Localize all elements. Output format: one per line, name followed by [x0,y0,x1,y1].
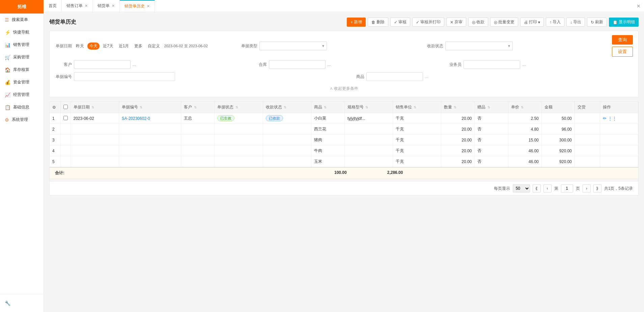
shortcut-yesterday[interactable]: 昨天 [74,43,86,50]
page-next-btn[interactable]: › [583,184,591,192]
cell-checkbox[interactable] [60,146,71,156]
col-settings[interactable]: ⚙ [50,102,60,113]
shortcut-last7[interactable]: 近7天 [101,43,115,50]
col-collect-status[interactable]: 收款状态 ⇅ [263,102,311,113]
cell-spec [344,135,393,146]
tab-sales-goods[interactable]: 销货单 ✕ [93,0,120,12]
filter-row-3: 单据编号 商品 ... [55,72,633,81]
cell-action [600,156,638,167]
col-unit[interactable]: 销售单位 ⇅ [393,102,441,113]
edit-icon[interactable]: ✏ [603,116,607,121]
doctype-select[interactable] [259,42,327,50]
cell-doc-status [215,146,263,156]
col-doc-status[interactable]: 单据状态 ⇅ [215,102,263,113]
batch-change-button[interactable]: ◎ 批量变更 [490,18,518,27]
sidebar-item-search-menu[interactable]: ☰ 搜索菜单 [0,14,44,26]
cell-doc-no [119,156,181,167]
tab-sales-goods-close[interactable]: ✕ [112,4,115,8]
docno-input[interactable] [74,72,175,81]
scroll-strip[interactable] [50,179,638,181]
print-button[interactable]: 🖨 打印 ▾ [520,18,544,27]
tabs-bar: 首页 销售订单 ✕ 销货单 ✕ 销货单历史 ✕ ✕ [44,0,644,12]
shortcut-custom[interactable]: 自定义 [146,43,162,50]
audit-button[interactable]: ✓ 审核 [390,18,410,27]
col-goods[interactable]: 商品 ⇅ [311,102,344,113]
toolbar: + 新增 🗑 删除 ✓ 审核 ✓ 审核并打印 ✕ 弃审 [347,18,639,27]
tab-sales-history-close[interactable]: ✕ [147,4,150,8]
page-first-btn[interactable]: ⟪ [533,184,541,192]
staff-input[interactable] [464,60,520,69]
col-doc-no[interactable]: 单据编号 ⇅ [119,102,181,113]
col-doc-date[interactable]: 单据日期 ⇅ [71,102,119,113]
cell-checkbox[interactable] [60,124,71,135]
cell-checkbox[interactable] [60,135,71,146]
warehouse-dots[interactable]: ... [328,62,331,67]
show-detail-button[interactable]: 📋 显示明细 [609,18,639,27]
refresh-button[interactable]: ↻ 刷新 [587,18,607,27]
shortcut-more[interactable]: 更多 [132,43,144,50]
sidebar-item-sales-mgmt[interactable]: 📊 销售管理 [0,38,44,51]
add-button[interactable]: + 新增 [347,18,366,27]
audit-print-button[interactable]: ✓ 审核并打印 [412,18,444,27]
goods-input[interactable] [366,72,423,81]
set-button[interactable]: 设置 [612,47,633,57]
page-prev-btn[interactable]: ‹ [543,184,552,192]
warehouse-input[interactable] [269,60,326,69]
abandon-button[interactable]: ✕ 弃审 [446,18,466,27]
sidebar-bottom-item1[interactable]: 🔧 [0,297,44,309]
more-icon[interactable]: ⋮⋮ [608,116,617,121]
collect-button[interactable]: ◎ 收款 [468,18,488,27]
page-input[interactable] [561,184,573,192]
cell-gift: 否 [475,124,508,135]
tabs-bar-close[interactable]: ✕ [637,0,644,12]
col-spec[interactable]: 规格型号 ⇅ [344,102,393,113]
cell-transaction [575,156,600,167]
col-qty[interactable]: 数量 ⇅ [441,102,475,113]
cell-goods: 西兰花 [311,124,344,135]
cell-checkbox[interactable] [60,156,71,167]
sidebar-item-operations-mgmt[interactable]: 📈 经营管理 [0,88,44,101]
customer-dots[interactable]: ... [133,62,136,67]
doctype-label: 单据类型 [241,43,257,49]
staff-dots[interactable]: ... [522,62,526,67]
sidebar-item-inventory[interactable]: 🏠 库存核算 [0,63,44,76]
col-customer[interactable]: 客户 ⇅ [181,102,215,113]
sales-mgmt-icon: 📊 [5,42,10,48]
cell-doc-status [215,156,263,167]
sidebar-item-quick-nav[interactable]: ⚡ 快捷导航 [0,26,44,38]
import-button[interactable]: ↑ 导入 [546,18,564,27]
select-all-checkbox[interactable] [63,105,68,109]
cell-qty: 20.00 [441,156,475,167]
query-button[interactable]: 查询 [612,35,633,45]
tab-home[interactable]: 首页 [44,0,62,12]
export-button[interactable]: ↓ 导出 [566,18,585,27]
tab-sales-order[interactable]: 销售订单 ✕ [62,0,93,12]
customer-input[interactable] [74,60,131,69]
goods-dots[interactable]: ... [425,74,428,79]
page-last-btn[interactable]: ⟫ [593,184,601,192]
collapse-row[interactable]: ∧ 收起更多条件 [55,84,633,93]
sidebar-item-system-mgmt[interactable]: ⚙ 系统管理 [0,113,44,126]
tab-sales-order-close[interactable]: ✕ [85,4,88,8]
settings-icon: 🔧 [5,301,10,306]
cell-goods: 小白菜 [311,113,344,124]
shortcut-last1m[interactable]: 近1月 [117,43,131,50]
col-unit-price[interactable]: 单价 ⇅ [508,102,541,113]
col-gift[interactable]: 赠品 ⇅ [475,102,508,113]
collect-status-select[interactable] [445,42,513,50]
main-area: 首页 销售订单 ✕ 销货单 ✕ 销货单历史 ✕ ✕ 销货单历史 + 新增 [44,0,644,312]
per-page-select[interactable]: 50 100 200 [513,184,530,192]
shortcut-today[interactable]: 今天 [87,43,100,50]
sidebar-item-label: 库存核算 [13,67,29,73]
col-checkbox[interactable] [60,102,71,113]
sidebar-bottom: 🔧 [0,294,44,312]
sidebar-item-purchase-mgmt[interactable]: 🛒 采购管理 [0,51,44,63]
quick-nav-icon: ⚡ [5,30,10,35]
show-detail-icon: 📋 [613,20,618,25]
cell-checkbox[interactable] [60,113,71,124]
sidebar-item-basic-info[interactable]: 📋 基础信息 [0,101,44,113]
sidebar-item-capital-mgmt[interactable]: 💰 资金管理 [0,76,44,88]
doc-no-link[interactable]: SA-20230602-0 [122,116,150,121]
delete-button[interactable]: 🗑 删除 [368,18,388,27]
tab-sales-history[interactable]: 销货单历史 ✕ [120,0,155,12]
